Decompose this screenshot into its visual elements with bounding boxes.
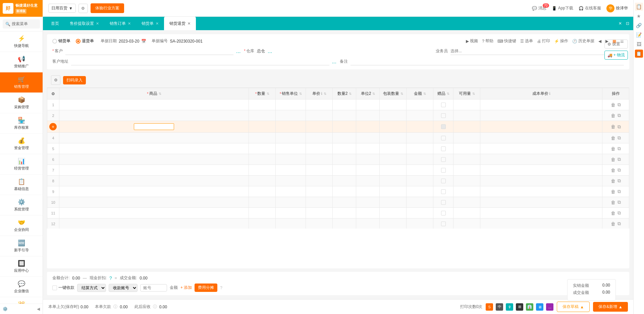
qty2-cell-1[interactable] <box>333 100 356 110</box>
settings-icon[interactable]: ⚙️ <box>3 307 8 311</box>
qty-cell-2[interactable] <box>249 110 276 121</box>
collapse-icon[interactable]: ◀ <box>37 307 40 311</box>
cost-cell-1[interactable] <box>480 100 602 110</box>
sidebar-item-wechat[interactable]: 💬 企业微信 <box>0 277 43 297</box>
right-sidebar-btn-6[interactable]: 📋 <box>635 50 643 58</box>
one-click-checkbox[interactable] <box>52 286 57 290</box>
product-cell-new[interactable] <box>59 121 249 133</box>
delete-icon[interactable]: 🗑 <box>611 189 615 194</box>
unit2-cell-1[interactable] <box>356 100 380 110</box>
sidebar-item-shortcut[interactable]: ⚡ 快捷导航 <box>0 32 43 52</box>
right-sidebar-btn-1[interactable]: 📋 <box>635 3 643 11</box>
remark-input[interactable] <box>351 58 624 65</box>
taskbar-icon-6[interactable]: 🖥 <box>536 303 543 311</box>
pack-cell-1[interactable] <box>380 100 407 110</box>
delete-icon-new[interactable]: 🗑 <box>611 124 615 129</box>
qty2-cell-new[interactable] <box>333 121 356 133</box>
sort-qty-icon[interactable]: ⇅ <box>267 92 269 96</box>
sidebar-item-app-center[interactable]: 🔲 应用中心 <box>0 256 43 277</box>
sort-unit2-icon[interactable]: ⇅ <box>372 92 375 96</box>
gift-checkbox[interactable] <box>441 157 446 162</box>
qty2-cell-2[interactable] <box>333 110 356 121</box>
unit-cell-new[interactable] <box>276 121 306 133</box>
user-menu[interactable]: 华 徐泽华 <box>606 4 628 12</box>
account-number-input[interactable] <box>140 284 167 292</box>
scan-enter-button[interactable]: 扫码录入 <box>63 76 86 84</box>
save-new-button[interactable]: 保存&新增 ▲ <box>593 302 628 312</box>
qty-cell-new[interactable] <box>249 121 276 133</box>
delete-icon[interactable]: 🗑 <box>611 146 615 151</box>
copy-icon[interactable]: ⧉ <box>618 178 621 184</box>
settings-gear-button[interactable]: ⚙ <box>78 4 88 13</box>
tab-sale-return[interactable]: 销货退货 ✕ <box>164 17 196 30</box>
avail-cell-1[interactable] <box>453 100 480 110</box>
copy-icon-new[interactable]: ⧉ <box>618 124 621 130</box>
prev-btn[interactable]: ◀ <box>598 39 601 44</box>
sidebar-item-basics[interactable]: 📋 基础信息 <box>0 175 43 195</box>
copy-icon[interactable]: ⧉ <box>618 146 621 151</box>
video-btn[interactable]: ▶ 视频 <box>466 38 478 44</box>
right-sidebar-btn-2[interactable]: ★ <box>635 12 643 20</box>
message-button[interactable]: 💬 消息 70 <box>532 5 546 11</box>
account-select[interactable]: 收款账号 <box>109 284 138 292</box>
copy-icon[interactable]: ⧉ <box>618 135 621 141</box>
table-gear-button[interactable]: ⚙ <box>51 75 60 85</box>
unit-price-info-icon[interactable]: ℹ <box>321 91 322 96</box>
gift-checkbox[interactable] <box>441 168 446 173</box>
cost-cell-new[interactable] <box>480 121 602 133</box>
close-icon[interactable]: ✕ <box>156 21 159 26</box>
pack-cell-2[interactable] <box>380 110 407 121</box>
gift-checkbox-2[interactable] <box>441 113 446 118</box>
settlement-select[interactable]: 结算方式 <box>77 284 106 292</box>
gift-checkbox[interactable] <box>441 136 446 140</box>
amount-cell-1[interactable] <box>407 100 433 110</box>
sidebar-item-finance[interactable]: 💰 资金管理 <box>0 134 43 154</box>
close-icon[interactable]: ✕ <box>128 21 131 26</box>
help-btn[interactable]: ? 帮助 <box>482 38 493 44</box>
product-cell-2[interactable] <box>59 110 249 121</box>
add-payment-button[interactable]: + 添加 <box>180 285 192 291</box>
qty-cell-1[interactable] <box>249 100 276 110</box>
sort-available-icon[interactable]: ⇅ <box>472 92 475 96</box>
unit2-cell-2[interactable] <box>356 110 380 121</box>
price-cell-new[interactable] <box>306 121 333 133</box>
app-download-button[interactable]: 📱 App下载 <box>552 5 573 11</box>
cash-discount-icon[interactable]: ? <box>109 275 112 281</box>
tab-sale-order[interactable]: 销售订单 ✕ <box>104 17 136 30</box>
pack-cell-new[interactable] <box>380 121 407 133</box>
price-cell-2[interactable] <box>306 110 333 121</box>
taskbar-icon-7[interactable]: ... <box>546 303 553 311</box>
gift-checkbox[interactable] <box>441 211 446 215</box>
print-btn[interactable]: 🖨 打印 <box>537 38 550 44</box>
sort-unit-icon[interactable]: ⇅ <box>299 92 302 96</box>
gift-checkbox-new[interactable] <box>441 124 446 129</box>
staff-input[interactable] <box>450 47 617 55</box>
sidebar-item-purchase[interactable]: 📦 采购管理 <box>0 93 43 113</box>
amount-cell-new[interactable] <box>407 121 433 133</box>
sort-qty2-icon[interactable]: ⇅ <box>349 92 352 96</box>
expense-help-icon[interactable]: ? <box>220 286 222 290</box>
right-sidebar-btn-5[interactable]: 🖼 <box>635 40 643 48</box>
unit2-cell-new[interactable] <box>356 121 380 133</box>
sort-gift-icon[interactable]: ⇅ <box>447 92 449 96</box>
tab-sale-price[interactable]: 售价提取设置 ✕ <box>64 17 104 30</box>
copy-icon[interactable]: ⧉ <box>618 189 621 194</box>
tab-home[interactable]: 首页 <box>46 17 64 30</box>
sort-price-icon[interactable]: ⇅ <box>324 92 326 96</box>
taskbar-icon-5[interactable]: 👔 <box>526 303 533 311</box>
add-row-button[interactable]: + <box>49 123 57 130</box>
close-icon[interactable]: ✕ <box>96 21 99 26</box>
delete-icon[interactable]: 🗑 <box>611 135 615 141</box>
taskbar-icon-3[interactable]: 🎙 <box>506 303 513 311</box>
avail-cell-new[interactable] <box>453 121 480 133</box>
sidebar-item-enterprise[interactable]: 🤝 企业协同 <box>0 215 43 236</box>
gift-checkbox[interactable] <box>441 222 446 226</box>
close-icon[interactable]: ✕ <box>187 21 191 26</box>
copy-icon[interactable]: ⧉ <box>618 210 621 216</box>
select-order-btn[interactable]: ☰ 选单 <box>520 38 533 44</box>
right-sidebar-btn-3[interactable]: 🔗 <box>635 21 643 29</box>
sidebar-item-system[interactable]: ⚙️ 系统管理 <box>0 195 43 215</box>
restore-tab-button[interactable]: ⊡ <box>625 20 631 27</box>
industry-select[interactable]: 日用百货 ▼ <box>48 4 76 13</box>
search-button[interactable]: 🔍 搜索菜单 <box>3 19 40 28</box>
